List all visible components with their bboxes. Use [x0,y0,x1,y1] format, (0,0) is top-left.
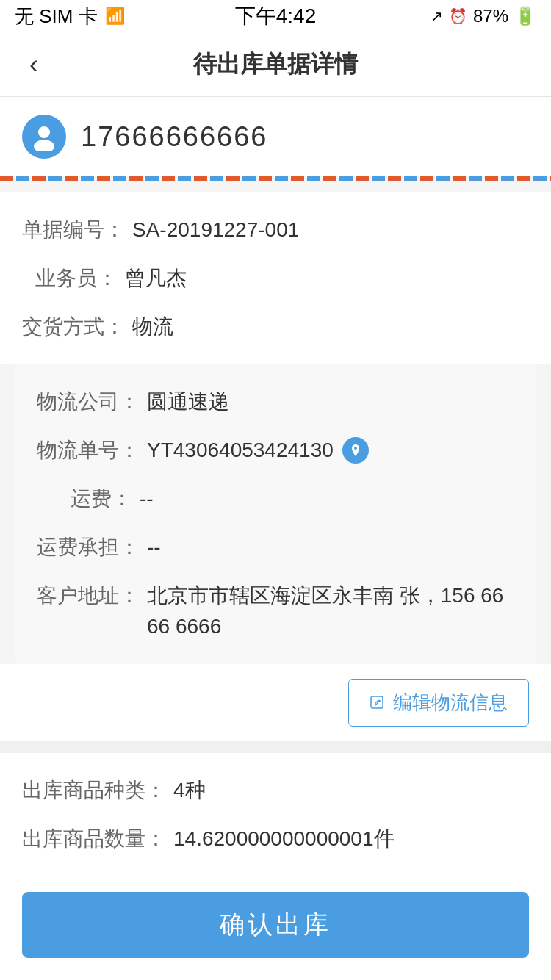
order-info-section: 单据编号： SA-20191227-001 业务员： 曾凡杰 交货方式： 物流 [0,192,551,364]
logistics-card: 物流公司： 圆通速递 物流单号： YT43064053424130 运费： --… [15,364,536,664]
edit-btn-container: 编辑物流信息 [0,664,551,741]
freight-bearer-value: -- [147,532,514,563]
svg-rect-2 [371,696,383,708]
page-title: 待出库单据详情 [193,48,358,81]
order-number-value: SA-20191227-001 [132,215,529,245]
address-row: 客户地址： 北京市市辖区海淀区永丰南 张，156 6666 6666 [37,580,514,642]
freight-bearer-row: 运费承担： -- [37,532,514,563]
delivery-method-value: 物流 [132,311,529,342]
freight-bearer-label: 运费承担： [37,532,147,563]
order-number-label: 单据编号： [22,215,132,245]
goods-section: 出库商品种类： 4种 出库商品数量： 14.620000000000001件 [0,753,551,876]
tracking-value: YT43064053424130 [147,435,514,466]
customer-phone: 17666666666 [81,121,267,153]
tracking-label: 物流单号： [37,435,147,466]
tracking-location-icon[interactable] [342,437,369,464]
goods-quantity-label: 出库商品数量： [22,824,173,854]
goods-types-label: 出库商品种类： [22,775,173,806]
section-divider [0,741,551,753]
location-status-icon: ↗ [431,7,443,25]
svg-point-0 [38,126,50,138]
sales-person-row: 业务员： 曾凡杰 [22,263,529,294]
logistics-company-value: 圆通速递 [147,386,514,417]
freight-value: -- [140,483,514,514]
goods-types-row: 出库商品种类： 4种 [22,775,529,806]
goods-quantity-value: 14.620000000000001件 [173,824,529,854]
sales-person-value: 曾凡杰 [125,263,529,294]
address-label: 客户地址： [37,580,147,642]
freight-row: 运费： -- [37,483,514,514]
alarm-icon: ⏰ [449,7,467,25]
nav-bar: ‹ 待出库单据详情 [0,32,551,97]
carrier-label: 无 SIM 卡 [15,4,98,29]
edit-logistics-button[interactable]: 编辑物流信息 [348,679,529,727]
status-left: 无 SIM 卡 📶 [15,4,125,29]
edit-icon [370,695,386,711]
order-number-row: 单据编号： SA-20191227-001 [22,215,529,245]
tracking-row: 物流单号： YT43064053424130 [37,435,514,466]
svg-point-1 [34,140,54,151]
battery-label: 87% [473,6,508,26]
time-label: 下午4:42 [235,2,317,30]
logistics-company-row: 物流公司： 圆通速递 [37,386,514,417]
delivery-method-row: 交货方式： 物流 [22,311,529,342]
goods-types-value: 4种 [173,775,529,806]
address-value: 北京市市辖区海淀区永丰南 张，156 6666 6666 [147,580,514,642]
goods-quantity-row: 出库商品数量： 14.620000000000001件 [22,824,529,854]
tracking-number: YT43064053424130 [147,435,334,466]
status-bar: 无 SIM 卡 📶 下午4:42 ↗ ⏰ 87% 🔋 [0,0,551,32]
logistics-company-label: 物流公司： [37,386,147,417]
dashed-divider [0,176,551,181]
sales-person-label: 业务员： [22,263,125,294]
customer-header: 17666666666 [0,97,551,176]
wifi-icon: 📶 [105,7,125,26]
confirm-outbound-button[interactable]: 确认出库 [22,892,529,958]
delivery-method-label: 交货方式： [22,311,132,342]
bottom-bar: 确认出库 [0,880,551,980]
edit-logistics-label: 编辑物流信息 [393,690,508,716]
freight-label: 运费： [37,483,140,514]
back-button[interactable]: ‹ [22,42,46,87]
status-right: ↗ ⏰ 87% 🔋 [431,6,536,26]
avatar [22,115,66,159]
battery-icon: 🔋 [514,6,536,26]
